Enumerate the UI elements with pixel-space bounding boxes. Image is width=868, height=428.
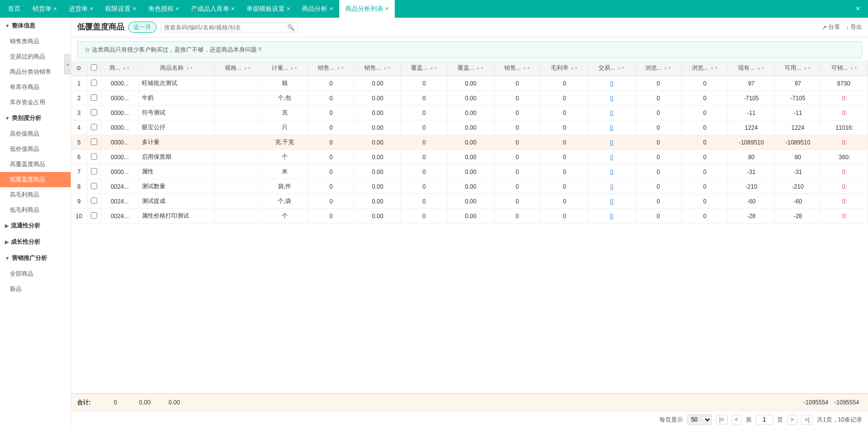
sort-arrows-gross-margin[interactable]: ▲▼ (570, 66, 578, 70)
sidebar-item-low-coverage[interactable]: 低覆盖度商品 (0, 172, 71, 187)
cell-sales-qty: 0 (308, 135, 354, 150)
sidebar-item-category-sales-rate[interactable]: 商品分类动销率 (0, 64, 71, 80)
page-size-select[interactable]: 50 100 200 (687, 414, 712, 425)
search-input[interactable] (164, 24, 287, 31)
settings-icon[interactable]: ⚙ (76, 65, 81, 72)
cell-browse2: 0 (681, 179, 728, 194)
nav-product-analysis-list[interactable]: 商品分析列表 × (339, 0, 395, 18)
sidebar-item-high-value[interactable]: 高价值商品 (0, 126, 71, 142)
cell-transaction[interactable]: 0 (589, 135, 635, 150)
nav-permissions[interactable]: 权限设置 × (99, 0, 142, 18)
close-all-tabs[interactable]: × (850, 4, 866, 13)
sidebar-section-marketing[interactable]: ▼ 营销推广分析 (0, 250, 71, 266)
sidebar-section-category[interactable]: ▼ 类别度分析 (0, 110, 71, 126)
export-button[interactable]: ↓ 导出 (846, 23, 862, 31)
sort-arrows-name[interactable]: ▲▼ (186, 66, 193, 70)
cell-browse1: 0 (635, 135, 681, 150)
cell-gross-margin: 0 (541, 76, 589, 91)
page-input[interactable] (756, 415, 773, 425)
cell-checkbox[interactable] (87, 179, 101, 194)
sort-arrows-sales-amount[interactable]: ▲▼ (383, 66, 391, 70)
cell-spec (215, 194, 261, 209)
sidebar-collapse-button[interactable]: « (64, 55, 71, 74)
prev-page-button[interactable]: < (732, 415, 742, 425)
cell-gross-margin: 0 (541, 165, 589, 179)
filter-period-button[interactable]: 近一月 (128, 22, 157, 33)
sidebar-item-stocked-goods[interactable]: 有库存商品 (0, 80, 71, 95)
sidebar-section-overview[interactable]: ▼ 整体信息 (0, 18, 71, 34)
nav-sales[interactable]: 销货单 × (27, 0, 63, 18)
sort-arrows-saleable[interactable]: ▲▼ (850, 66, 858, 70)
cell-checkbox[interactable] (87, 76, 101, 91)
col-settings[interactable]: ⚙ (71, 60, 87, 76)
sort-arrows-coverage1[interactable]: ▲▼ (430, 66, 437, 70)
nav-template-settings[interactable]: 单据模板设置 × (241, 0, 296, 18)
sidebar-section-growth[interactable]: ▶ 成长性分析 (0, 234, 71, 250)
table-row[interactable]: 4 0000... 眼宝公仔 只 0 0.00 0 0.00 0 0 0 0 0… (71, 120, 868, 135)
nav-product-analysis[interactable]: 商品分析 × (296, 0, 339, 18)
table-row[interactable]: 8 0024... 测试数量 袋,件 0 0.00 0 0.00 0 0 0 0… (71, 179, 868, 194)
table-row[interactable]: 6 0000... 启用保质期 个 0 0.00 0 0.00 0 0 0 0 … (71, 150, 868, 165)
sidebar-item-traded-goods[interactable]: 交易过的商品 (0, 49, 71, 64)
first-page-button[interactable]: |< (716, 415, 728, 425)
sort-arrows-current-stock[interactable]: ▲▼ (757, 66, 764, 70)
cell-checkbox[interactable] (87, 165, 101, 179)
cell-transaction[interactable]: 0 (589, 91, 635, 106)
sort-arrows-browse2[interactable]: ▲▼ (710, 66, 718, 70)
nav-purchase[interactable]: 进货单 × (63, 0, 99, 18)
nav-product-entry[interactable]: 产成品入库单 × (185, 0, 241, 18)
sidebar-section-liquidity[interactable]: ▶ 流通性分析 (0, 218, 71, 234)
cell-transaction[interactable]: 0 (589, 165, 635, 179)
table-wrapper[interactable]: ⚙ 商...▲▼ 商品名称▲▼ 规格...▲▼ (71, 60, 868, 393)
sort-arrows-spec[interactable]: ▲▼ (244, 66, 251, 70)
cell-transaction[interactable]: 0 (589, 194, 635, 209)
cell-transaction[interactable]: 0 (589, 76, 635, 91)
cell-checkbox[interactable] (87, 150, 101, 165)
sort-arrows-available-stock[interactable]: ▲▼ (803, 66, 811, 70)
table-row[interactable]: 2 0000... 牛奶 个,包 0 0.00 0 0.00 0 0 0 0 0… (71, 91, 868, 106)
table-row[interactable]: 9 0024... 测试提成 个,袋 0 0.00 0 0.00 0 0 0 0… (71, 194, 868, 209)
next-page-button[interactable]: > (787, 415, 797, 425)
nav-home[interactable]: 首页 (2, 0, 27, 18)
main-layout: « ▼ 整体信息 销售类商品 交易过的商品 商品分类动销率 有库存商品 库存资金… (0, 18, 868, 428)
sort-arrows-code[interactable]: ▲▼ (122, 66, 130, 70)
cell-transaction[interactable]: 0 (589, 106, 635, 120)
cell-index: 4 (71, 120, 87, 135)
sidebar-item-new-goods[interactable]: 新品 (0, 282, 71, 297)
cell-current-stock: -28 (728, 209, 775, 224)
table-row[interactable]: 3 0000... 符号测试 克 0 0.00 0 0.00 0 0 0 0 0… (71, 106, 868, 120)
sidebar-item-all-goods[interactable]: 全部商品 (0, 266, 71, 282)
nav-roles[interactable]: 角色授权 × (142, 0, 185, 18)
cell-checkbox[interactable] (87, 135, 101, 150)
cell-checkbox[interactable] (87, 106, 101, 120)
sidebar-item-high-coverage[interactable]: 高覆盖度商品 (0, 157, 71, 172)
sidebar-item-low-value[interactable]: 低价值商品 (0, 142, 71, 157)
cell-transaction[interactable]: 0 (589, 150, 635, 165)
last-page-button[interactable]: >| (801, 415, 813, 425)
select-all-checkbox[interactable] (91, 64, 97, 71)
cell-checkbox[interactable] (87, 120, 101, 135)
cell-transaction[interactable]: 0 (589, 179, 635, 194)
cell-transaction[interactable]: 0 (589, 209, 635, 224)
sort-arrows-sales-qty[interactable]: ▲▼ (336, 66, 344, 70)
table-row[interactable]: 7 0000... 属性 米 0 0.00 0 0.00 0 0 0 0 0 -… (71, 165, 868, 179)
sidebar-item-stock-capital[interactable]: 库存资金占用 (0, 95, 71, 110)
table-row[interactable]: 10 0024... 属性价格打印测试 个 0 0.00 0 0.00 0 0 … (71, 209, 868, 224)
cell-checkbox[interactable] (87, 194, 101, 209)
table-row[interactable]: 1 0000... 旺辅批次测试 箱 0 0.00 0 0.00 0 0 0 0… (71, 76, 868, 91)
cell-checkbox[interactable] (87, 91, 101, 106)
sidebar-item-low-gross[interactable]: 低毛利商品 (0, 202, 71, 218)
cell-transaction[interactable]: 0 (589, 120, 635, 135)
sidebar-item-sales-goods[interactable]: 销售类商品 (0, 34, 71, 49)
sidebar-item-high-gross[interactable]: 高毛利商品 (0, 187, 71, 202)
sort-arrows-browse1[interactable]: ▲▼ (664, 66, 672, 70)
pagination-bar: 每页显示 50 100 200 |< < 第 页 > >| 共1页，10条记录 (71, 411, 868, 428)
col-sales-rate: 销售...▲▼ (494, 60, 541, 76)
sort-arrows-coverage2[interactable]: ▲▼ (476, 66, 484, 70)
share-button[interactable]: ↗ 分享 (822, 23, 840, 31)
cell-checkbox[interactable] (87, 209, 101, 224)
sort-arrows-sales-rate[interactable]: ▲▼ (523, 66, 531, 70)
sort-arrows-unit[interactable]: ▲▼ (290, 66, 298, 70)
sort-arrows-transaction[interactable]: ▲▼ (617, 66, 625, 70)
table-row[interactable]: 5 0000... 多计量 克,千克 0 0.00 0 0.00 0 0 0 0… (71, 135, 868, 150)
